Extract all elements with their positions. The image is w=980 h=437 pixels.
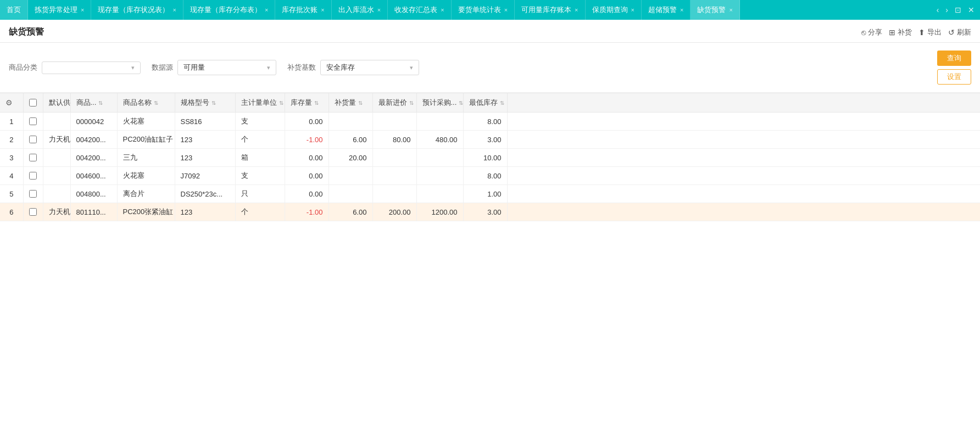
- nav-tab-7[interactable]: 要货单统计表 ×: [452, 0, 515, 20]
- nav-tab-8[interactable]: 可用量库存账本 ×: [515, 0, 585, 20]
- th-replenish[interactable]: 补货量 ⇅: [328, 93, 372, 113]
- row-checkbox-5[interactable]: [29, 208, 37, 216]
- nav-tab-2[interactable]: 现存量（库存状况表） ×: [91, 0, 183, 20]
- sort-price-icon: ⇅: [409, 100, 414, 106]
- sort-est-icon: ⇅: [459, 100, 463, 106]
- table-row: 2 力天机械 004200... PC200油缸缸子 123 个 -1.00 6…: [0, 131, 980, 149]
- nav-next-button[interactable]: ›: [942, 5, 951, 14]
- th-unit[interactable]: 主计量单位 ⇅: [235, 93, 285, 113]
- row-price: 200.00: [372, 203, 416, 221]
- close-tab-3[interactable]: ×: [265, 7, 268, 13]
- th-name[interactable]: 商品名称 ⇅: [117, 93, 175, 113]
- close-tab-1[interactable]: ×: [81, 7, 84, 13]
- row-check-cell[interactable]: [23, 167, 43, 185]
- row-stock: 0.00: [285, 113, 328, 131]
- row-check-cell[interactable]: [23, 149, 43, 167]
- row-check-cell[interactable]: [23, 203, 43, 221]
- close-tab-11[interactable]: ×: [729, 7, 732, 13]
- row-replenish: [328, 113, 372, 131]
- row-check-cell[interactable]: [23, 131, 43, 149]
- category-select[interactable]: ▾: [42, 61, 141, 74]
- row-settings-cell: 6: [0, 203, 23, 221]
- th-price[interactable]: 最新进价 ⇅: [372, 93, 416, 113]
- settings-button[interactable]: 设置: [937, 69, 971, 85]
- nav-tab-5[interactable]: 出入库流水 ×: [332, 0, 388, 20]
- th-settings[interactable]: ⚙: [0, 93, 23, 113]
- th-minstock[interactable]: 最低库存 ⇅: [463, 93, 507, 113]
- basis-select[interactable]: 安全库存 ▾: [320, 60, 419, 75]
- th-spec[interactable]: 规格型号 ⇅: [175, 93, 235, 113]
- close-tab-7[interactable]: ×: [504, 7, 508, 13]
- table-row: 5 004800... 离合片 DS250*23c... 只 0.00 1.00: [0, 185, 980, 203]
- replenish-button[interactable]: ⊞ 补货: [889, 27, 912, 37]
- nav-tab-home[interactable]: 首页: [0, 0, 28, 20]
- nav-restore-button[interactable]: ⊡: [951, 5, 965, 14]
- basis-select-value: 安全库存: [326, 63, 410, 72]
- th-stock[interactable]: 库存量 ⇅: [285, 93, 328, 113]
- row-spec: 123: [175, 203, 235, 221]
- close-tab-5[interactable]: ×: [377, 7, 381, 13]
- select-all-checkbox[interactable]: [29, 99, 37, 107]
- nav-close-button[interactable]: ✕: [965, 5, 978, 14]
- settings-icon[interactable]: ⚙: [5, 98, 13, 107]
- row-unit: 箱: [235, 149, 285, 167]
- row-code: 004200...: [70, 131, 117, 149]
- row-check-cell[interactable]: [23, 113, 43, 131]
- share-button[interactable]: ⎋ 分享: [861, 27, 882, 37]
- nav-prev-button[interactable]: ‹: [933, 5, 943, 14]
- row-replenish: [328, 185, 372, 203]
- row-checkbox-1[interactable]: [29, 136, 37, 143]
- refresh-icon: ↺: [948, 28, 955, 37]
- th-supplier[interactable]: 默认供应... ⇅: [43, 93, 70, 113]
- nav-tab-6[interactable]: 收发存汇总表 ×: [388, 0, 451, 20]
- row-supplier: 力天机械: [43, 131, 70, 149]
- nav-tab-11[interactable]: 缺货预警 ×: [691, 0, 739, 20]
- row-checkbox-3[interactable]: [29, 172, 37, 180]
- table-row: 1 0000042 火花塞 SS816 支 0.00 8.00: [0, 113, 980, 131]
- datasource-select[interactable]: 可用量 ▾: [177, 60, 276, 75]
- table-row: 4 004600... 火花塞 J7092 支 0.00 8.00: [0, 167, 980, 185]
- close-tab-9[interactable]: ×: [631, 7, 634, 13]
- row-unit: 支: [235, 113, 285, 131]
- nav-tab-9[interactable]: 保质期查询 ×: [586, 0, 642, 20]
- th-est[interactable]: 预计采购... ⇅: [416, 93, 463, 113]
- basis-select-arrow-icon: ▾: [410, 64, 413, 71]
- refresh-button[interactable]: ↺ 刷新: [948, 27, 971, 37]
- row-check-cell[interactable]: [23, 185, 43, 203]
- row-extra: [507, 203, 980, 221]
- close-tab-6[interactable]: ×: [441, 7, 444, 13]
- sort-name-icon: ⇅: [154, 100, 158, 106]
- th-code[interactable]: 商品... ⇅: [70, 93, 117, 113]
- row-checkbox-4[interactable]: [29, 190, 37, 198]
- replenish-icon: ⊞: [889, 28, 895, 37]
- row-settings-cell: 3: [0, 149, 23, 167]
- nav-tab-10[interactable]: 超储预警 ×: [642, 0, 691, 20]
- row-spec: 123: [175, 131, 235, 149]
- row-spec: J7092: [175, 167, 235, 185]
- sort-spec-icon: ⇅: [211, 100, 216, 106]
- filter-area: 商品分类 ▾ 数据源 可用量 ▾ 补货基数 安全库存 ▾ 查询 设置: [0, 43, 980, 93]
- row-name: 火花塞: [117, 167, 175, 185]
- export-button[interactable]: ⬆ 导出: [918, 27, 942, 37]
- row-price: [372, 149, 416, 167]
- close-tab-10[interactable]: ×: [680, 7, 683, 13]
- nav-tab-4[interactable]: 库存批次账 ×: [275, 0, 331, 20]
- nav-tab-3[interactable]: 现存量（库存分布表） ×: [183, 0, 275, 20]
- table-container: ⚙ 默认供应... ⇅: [0, 93, 980, 221]
- row-unit: 个: [235, 203, 285, 221]
- row-name: 火花塞: [117, 113, 175, 131]
- row-est: 1200.00: [416, 203, 463, 221]
- close-tab-4[interactable]: ×: [321, 7, 324, 13]
- row-replenish: 20.00: [328, 149, 372, 167]
- datasource-label: 数据源: [152, 63, 173, 72]
- nav-tab-1[interactable]: 拣货异常处理 ×: [28, 0, 91, 20]
- close-tab-8[interactable]: ×: [575, 7, 578, 13]
- top-nav: 首页 拣货异常处理 × 现存量（库存状况表） × 现存量（库存分布表） × 库存…: [0, 0, 980, 20]
- datasource-select-arrow-icon: ▾: [267, 64, 270, 71]
- row-checkbox-0[interactable]: [29, 117, 37, 125]
- row-checkbox-2[interactable]: [29, 154, 37, 161]
- query-button[interactable]: 查询: [937, 51, 971, 66]
- close-tab-2[interactable]: ×: [172, 7, 176, 13]
- category-label: 商品分类: [9, 63, 37, 72]
- th-check[interactable]: [23, 93, 43, 113]
